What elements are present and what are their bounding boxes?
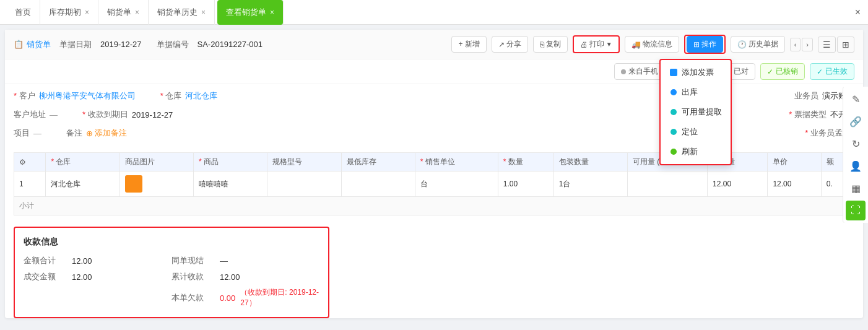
list-view-button[interactable]: ☰ [818, 37, 836, 53]
doc-date-value: 2019-12-27 [100, 40, 142, 49]
new-button[interactable]: + 新增 [451, 36, 486, 53]
next-arrow[interactable]: › [802, 38, 813, 51]
payment-title: 收款信息 [24, 237, 319, 248]
payment-info-box: 收款信息 金额合计 12.00 同单现结 — 成交金额 12.00 累计收款 1… [14, 227, 329, 318]
tab-sales-order[interactable]: 销货单 × [98, 0, 149, 25]
tab-view-sales-order[interactable]: 查看销货单 × [217, 0, 284, 25]
owed-value: 0.00 [220, 293, 235, 303]
owed-row: 本单欠款 0.00 （收款到期日: 2019-12-27） [171, 287, 319, 308]
doc-header-left: 📋 销货单 单据日期 2019-12-27 单据编号 SA-20191227-0… [14, 39, 263, 50]
locate-label: 定位 [682, 126, 698, 137]
logistics-button[interactable]: 🚚 物流信息 [625, 36, 679, 53]
locate-icon [669, 128, 678, 136]
main-content-area: 📋 销货单 单据日期 2019-12-27 单据编号 SA-20191227-0… [5, 30, 863, 318]
project-field: 项目 — [14, 128, 41, 139]
settings-icon[interactable]: ⚙ [19, 158, 26, 167]
form-section: 客户 柳州粤港平安气体有限公司 仓库 河北仓库 业务员 演示账号 客户地址 — … [5, 84, 863, 152]
tabbar-close-button[interactable]: × [855, 7, 861, 18]
doc-number-label: 单据编号 [157, 39, 189, 50]
rotate-sidebar-icon[interactable]: ↻ [846, 134, 866, 154]
table-row: 1 河北仓库 嘻嘻嘻嘻 台 1.00 1台 12.00 12.00 0. [14, 172, 854, 197]
tab-home[interactable]: 首页 [6, 0, 40, 25]
same-order-settle-label: 同单现结 [171, 255, 215, 266]
truck-icon: 🚚 [631, 40, 641, 49]
ticket-type-label: 票据类型 [789, 109, 827, 120]
payment-grid: 金额合计 12.00 同单现结 — 成交金额 12.00 累计收款 12.00 … [24, 255, 319, 308]
add-invoice-item[interactable]: 添加发票 [661, 63, 731, 82]
row-product-cell: 嘻嘻嘻嘻 [193, 172, 267, 197]
col-spec: 规格型号 [267, 153, 341, 172]
history-icon: 🕐 [737, 40, 747, 49]
salesperson-label: 业务员孟 [805, 128, 843, 139]
user-circle-sidebar-icon[interactable]: 👤 [846, 156, 866, 176]
add-note-button[interactable]: ⊕ 添加备注 [86, 128, 127, 139]
col-warehouse: 仓库 [46, 153, 119, 172]
add-icon: ⊕ [86, 129, 93, 138]
refresh-label: 刷新 [682, 146, 698, 157]
tab-sales-order-close[interactable]: × [135, 8, 139, 17]
owed-note: （收款到期日: 2019-12-27） [240, 287, 319, 308]
warehouse-value[interactable]: 河北仓库 [185, 90, 217, 102]
print-dropdown-arrow: ▼ [606, 41, 612, 48]
prev-arrow[interactable]: ‹ [790, 38, 801, 51]
warehouse-field: 仓库 河北仓库 [160, 90, 218, 102]
effective-check-icon: ✓ [817, 67, 823, 76]
history-button[interactable]: 🕐 历史单据 [731, 36, 785, 53]
copy-button[interactable]: ⎘ 复制 [533, 36, 568, 53]
expand-sidebar-icon[interactable]: ⛶ [846, 201, 866, 220]
add-invoice-icon [669, 68, 678, 77]
same-order-settle-value: — [220, 256, 228, 266]
row-pack-qty-cell: 1台 [553, 172, 627, 197]
note-field: 备注 ⊕ 添加备注 [66, 128, 127, 139]
row-price-cell: 12.00 [768, 172, 821, 197]
col-image: 商品图片 [119, 153, 193, 172]
locate-item[interactable]: 定位 [661, 122, 731, 142]
tab-inventory-init-close[interactable]: × [85, 8, 89, 17]
share-button[interactable]: ↗ 分享 [492, 36, 528, 53]
col-setting[interactable]: ⚙ [14, 153, 46, 172]
outbound-item[interactable]: 出库 [661, 82, 731, 102]
row-unit-cell: 台 [415, 172, 498, 197]
print-button[interactable]: 🖨 打印 ▼ [573, 35, 620, 53]
add-note-label: 添加备注 [95, 128, 127, 139]
project-label: 项目 [14, 128, 30, 139]
operation-button[interactable]: ⊞ 操作 [687, 36, 723, 53]
from-mobile-button[interactable]: 来自手机 [614, 63, 665, 80]
available-qty-icon [669, 108, 678, 116]
doc-number-value: SA-20191227-001 [197, 40, 263, 49]
table-sidebar-icon[interactable]: ▦ [846, 178, 866, 198]
mobile-dot [621, 69, 626, 74]
operation-dropdown-menu: 添加发票 出库 可用量提取 定位 刷新 [659, 59, 732, 165]
operation-highlight-box: ⊞ 操作 [684, 35, 726, 54]
tab-inventory-init[interactable]: 库存期初 × [40, 0, 98, 25]
edit-sidebar-icon[interactable]: ✎ [846, 89, 866, 109]
doc-type-label: 销货单 [27, 39, 51, 50]
nav-arrows: ‹ › [790, 38, 813, 51]
refresh-item[interactable]: 刷新 [661, 142, 731, 162]
col-quantity: 数量 [498, 153, 553, 172]
sold-check-icon: ✓ [767, 67, 773, 76]
add-invoice-label: 添加发票 [682, 67, 714, 78]
tab-sales-order-history-close[interactable]: × [201, 8, 206, 17]
copy-icon: ⎘ [540, 40, 544, 49]
print-icon: 🖨 [580, 40, 588, 49]
row-num-cell: 1 [14, 172, 46, 197]
cumulative-row: 累计收款 12.00 [171, 271, 319, 282]
view-toggle: ☰ ⊞ [818, 37, 854, 53]
available-qty-item[interactable]: 可用量提取 [661, 102, 731, 122]
project-value: — [33, 129, 41, 138]
tab-view-sales-order-close[interactable]: × [270, 8, 274, 17]
already-sold-label: 已核销 [776, 66, 798, 77]
right-sidebar: ✎ 🔗 ↻ 👤 ▦ ⛶ [843, 87, 868, 223]
grid-view-button[interactable]: ⊞ [837, 37, 854, 53]
warehouse-label: 仓库 [160, 90, 182, 102]
customer-label: 客户 [14, 90, 35, 102]
doc-type-icon: 📋 [14, 40, 24, 49]
from-mobile-label: 来自手机 [628, 66, 658, 77]
row-quantity-cell: 1.00 [498, 172, 553, 197]
transaction-label: 成交金额 [24, 271, 67, 282]
total-amount-row: 金额合计 12.00 [24, 255, 171, 266]
tab-sales-order-history[interactable]: 销货单历史 × [149, 0, 215, 25]
customer-value[interactable]: 柳州粤港平安气体有限公司 [39, 90, 136, 102]
link-sidebar-icon[interactable]: 🔗 [846, 111, 866, 131]
